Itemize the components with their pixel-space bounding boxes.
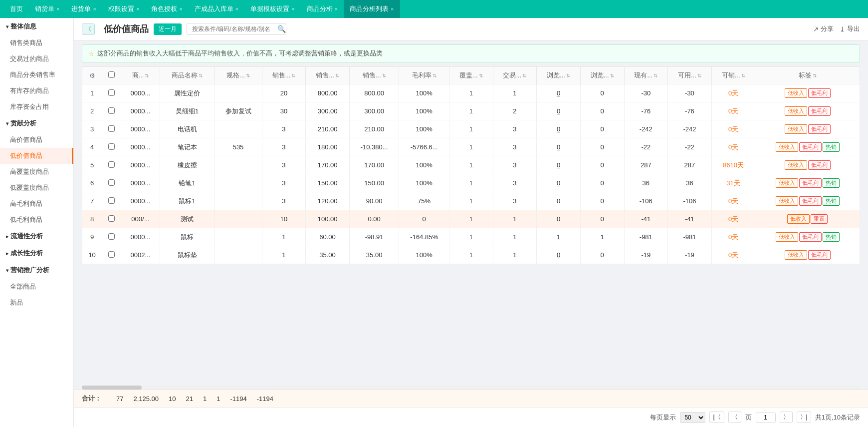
th-trade: 交易...⇅ — [493, 67, 537, 84]
row-view1[interactable]: 0 — [537, 210, 581, 228]
nav-product-entry[interactable]: 产成品入库单 × — [189, 0, 244, 18]
sidebar-item-new-goods[interactable]: 新品 — [0, 295, 73, 311]
row-margin: -5766.6... — [399, 138, 449, 156]
row-select-checkbox[interactable] — [108, 197, 115, 204]
search-input[interactable] — [187, 23, 286, 35]
nav-product-analysis-list-close[interactable]: × — [391, 6, 394, 12]
sidebar-item-low-margin[interactable]: 低毛利商品 — [0, 212, 73, 228]
view1-link[interactable]: 0 — [557, 107, 560, 115]
th-stock2: 可用...⇅ — [668, 67, 712, 84]
row-view1[interactable]: 0 — [537, 138, 581, 156]
nav-permissions-close[interactable]: × — [136, 6, 139, 12]
nav-product-analysis[interactable]: 商品分析 × — [301, 0, 344, 18]
page-size-select[interactable]: 50 20 100 — [680, 412, 705, 423]
last-page-button[interactable]: 〉| — [797, 412, 811, 423]
share-button[interactable]: ↗ 分享 — [813, 24, 834, 33]
row-select-checkbox[interactable] — [108, 179, 115, 186]
view1-link[interactable]: 0 — [557, 215, 560, 223]
row-checkbox[interactable] — [102, 174, 121, 192]
sidebar-item-high-coverage[interactable]: 高覆盖度商品 — [0, 164, 73, 180]
nav-template-settings[interactable]: 单据模板设置 × — [244, 0, 300, 18]
row-checkbox[interactable] — [102, 192, 121, 210]
row-view1[interactable]: 0 — [537, 156, 581, 174]
sidebar-group-contribution[interactable]: ▾ 贡献分析 — [0, 115, 73, 132]
sidebar-item-all-goods[interactable]: 全部商品 — [0, 279, 73, 295]
nav-product-analysis-list[interactable]: 商品分析列表 × — [344, 0, 400, 18]
row-checkbox[interactable] — [102, 84, 121, 102]
row-checkbox[interactable] — [102, 120, 121, 138]
sidebar-item-inventory-goods[interactable]: 有库存的商品 — [0, 83, 73, 99]
export-button[interactable]: ⤓ 导出 — [840, 24, 860, 33]
view1-link[interactable]: 0 — [557, 143, 560, 151]
view1-link[interactable]: 1 — [557, 233, 560, 241]
row-checkbox[interactable] — [102, 156, 121, 174]
row-view1[interactable]: 0 — [537, 120, 581, 138]
nav-product-analysis-close[interactable]: × — [335, 6, 338, 12]
view1-link[interactable]: 0 — [557, 251, 560, 259]
nav-permissions[interactable]: 权限设置 × — [102, 0, 145, 18]
row-select-checkbox[interactable] — [108, 233, 115, 240]
view1-link[interactable]: 0 — [557, 125, 560, 133]
next-page-button[interactable]: 〉 — [780, 412, 793, 423]
row-checkbox[interactable] — [102, 228, 121, 246]
row-select-checkbox[interactable] — [108, 215, 115, 222]
row-trade: 1 — [493, 228, 537, 246]
row-view1[interactable]: 0 — [537, 102, 581, 120]
sidebar-item-category-rate[interactable]: 商品分类销售率 — [0, 67, 73, 83]
nav-home[interactable]: 首页 — [4, 0, 29, 18]
row-checkbox[interactable] — [102, 246, 121, 264]
collapse-sidebar-button[interactable]: 《 — [82, 23, 95, 35]
scrollbar-thumb[interactable] — [82, 386, 142, 390]
row-select-checkbox[interactable] — [108, 89, 115, 96]
row-view1[interactable]: 0 — [537, 192, 581, 210]
first-page-button[interactable]: |〈 — [709, 412, 724, 423]
sidebar-item-high-value[interactable]: 高价值商品 — [0, 132, 73, 148]
sidebar-item-low-value[interactable]: 低价值商品 — [0, 148, 73, 164]
view1-link[interactable]: 0 — [557, 197, 560, 205]
page-input[interactable] — [756, 413, 776, 423]
sidebar-item-traded-goods[interactable]: 交易过的商品 — [0, 51, 73, 67]
sidebar-item-low-coverage[interactable]: 低覆盖度商品 — [0, 180, 73, 196]
nav-sales-order[interactable]: 销货单 × — [29, 0, 65, 18]
nav-roles-close[interactable]: × — [179, 6, 182, 12]
sidebar-group-overall[interactable]: ▾ 整体信息 — [0, 18, 73, 35]
nav-purchase-order[interactable]: 进货单 × — [65, 0, 102, 18]
row-view1[interactable]: 1 — [537, 228, 581, 246]
row-view1[interactable]: 0 — [537, 246, 581, 264]
sidebar-group-growth[interactable]: ▸ 成长性分析 — [0, 245, 73, 262]
row-view1[interactable]: 0 — [537, 84, 581, 102]
sidebar-item-high-margin[interactable]: 高毛利商品 — [0, 196, 73, 212]
row-view1[interactable]: 0 — [537, 174, 581, 192]
select-all-checkbox[interactable] — [108, 71, 115, 78]
row-select-checkbox[interactable] — [108, 107, 115, 114]
th-settings[interactable]: ⚙ — [82, 67, 102, 84]
table-footer: 合计： 77 2,125.00 10 21 1 1 -1194 -1194 — [74, 390, 868, 407]
nav-template-settings-close[interactable]: × — [291, 6, 294, 12]
prev-page-button[interactable]: 〈 — [728, 412, 741, 423]
row-select-checkbox[interactable] — [108, 251, 115, 258]
sidebar-group-liquidity[interactable]: ▸ 流通性分析 — [0, 228, 73, 245]
view1-link[interactable]: 0 — [557, 89, 560, 97]
row-checkbox[interactable] — [102, 138, 121, 156]
view1-link[interactable]: 0 — [557, 161, 560, 169]
sidebar-group-marketing[interactable]: ▾ 营销推广分析 — [0, 262, 73, 279]
row-select-checkbox[interactable] — [108, 125, 115, 132]
nav-sales-order-close[interactable]: × — [56, 6, 59, 12]
horizontal-scrollbar[interactable] — [82, 386, 860, 390]
period-button[interactable]: 近一月 — [154, 23, 182, 35]
search-icon[interactable]: 🔍 — [277, 25, 286, 33]
row-stock2: -981 — [668, 228, 712, 246]
nav-purchase-order-close[interactable]: × — [93, 6, 96, 12]
sidebar-item-inventory-funds[interactable]: 库存资金占用 — [0, 99, 73, 115]
row-checkbox[interactable] — [102, 102, 121, 120]
row-select-checkbox[interactable] — [108, 143, 115, 150]
nav-roles[interactable]: 角色授权 × — [145, 0, 188, 18]
row-checkbox[interactable] — [102, 210, 121, 228]
view1-link[interactable]: 0 — [557, 179, 560, 187]
row-tags: 低收入低毛利 — [755, 246, 860, 264]
nav-product-entry-close[interactable]: × — [235, 6, 238, 12]
row-stock1: 36 — [624, 174, 668, 192]
row-select-checkbox[interactable] — [108, 161, 115, 168]
sidebar-item-sales-goods[interactable]: 销售类商品 — [0, 35, 73, 51]
th-checkbox[interactable] — [102, 67, 121, 84]
